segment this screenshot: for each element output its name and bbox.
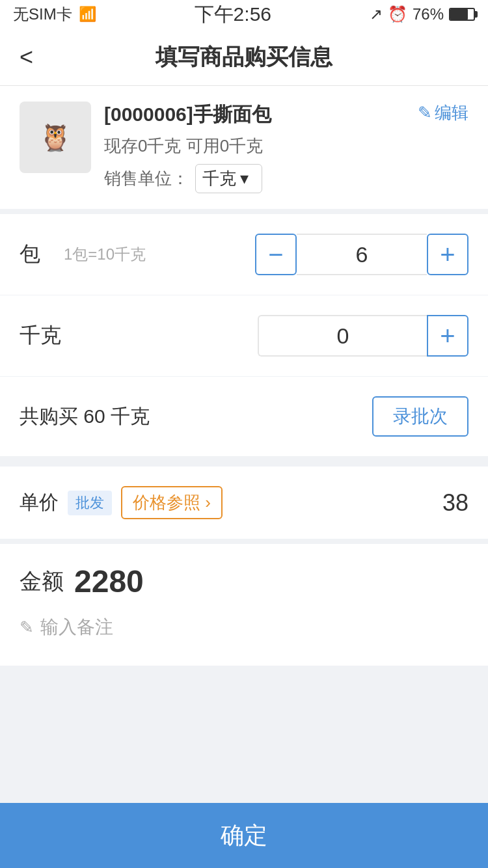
price-label: 单价 (20, 489, 59, 516)
price-row: 单价 批发 价格参照 › 38 (0, 461, 488, 539)
package-qty-input[interactable] (297, 234, 427, 275)
product-name-row: [0000006]手撕面包 ✎ 编辑 (104, 102, 468, 128)
package-label: 包 (20, 240, 59, 269)
summary-text: 共购买 60 千克 (20, 403, 150, 430)
divider-1 (0, 456, 488, 461)
status-left: 无SIM卡 📶 (13, 4, 96, 25)
note-placeholder: 输入备注 (40, 615, 113, 640)
note-row[interactable]: ✎ 输入备注 (20, 615, 468, 640)
amount-row: 金额 2280 (20, 563, 468, 599)
package-sublabel: 1包=10千克 (64, 244, 255, 265)
package-qty-controls: − + (255, 234, 468, 275)
product-info: [0000006]手撕面包 ✎ 编辑 现存0千克 可用0千克 销售单位： 千克 … (104, 102, 468, 193)
unit-select[interactable]: 千克 ▾ (195, 164, 262, 193)
nav-bar: < 填写商品购买信息 (0, 29, 488, 86)
product-name: [0000006]手撕面包 (104, 102, 271, 128)
kilogram-qty-row: 千克 + (0, 295, 488, 377)
battery-percent: 76% (413, 5, 444, 23)
unit-value: 千克 (202, 167, 236, 190)
carrier-label: 无SIM卡 (13, 4, 72, 25)
package-plus-button[interactable]: + (427, 234, 468, 275)
batch-button[interactable]: 录批次 (372, 396, 468, 437)
kilogram-qty-controls: + (258, 315, 468, 357)
edit-icon: ✎ (418, 103, 432, 123)
product-thumbnail: 🦉 (20, 102, 91, 173)
price-value: 38 (442, 489, 468, 517)
wifi-icon: 📶 (79, 6, 96, 23)
kilogram-label: 千克 (20, 321, 61, 350)
package-minus-button[interactable]: − (255, 234, 297, 275)
kilogram-qty-input[interactable] (258, 315, 427, 357)
amount-label: 金额 (20, 567, 64, 597)
time-label: 下午2:56 (195, 1, 271, 28)
product-owl-icon: 🦉 (39, 122, 72, 153)
back-button[interactable]: < (13, 37, 40, 77)
amount-section: 金额 2280 ✎ 输入备注 (0, 539, 488, 666)
status-right: ↗ ⏰ 76% (370, 5, 475, 23)
dropdown-arrow-icon: ▾ (240, 169, 249, 189)
kilogram-plus-button[interactable]: + (427, 315, 468, 357)
edit-button[interactable]: ✎ 编辑 (418, 102, 468, 124)
page-title: 填写商品购买信息 (156, 42, 332, 72)
status-bar: 无SIM卡 📶 下午2:56 ↗ ⏰ 76% (0, 0, 488, 29)
alarm-icon: ⏰ (388, 5, 407, 23)
pencil-icon: ✎ (20, 617, 34, 638)
package-qty-row: 包 1包=10千克 − + (0, 214, 488, 295)
price-ref-button[interactable]: 价格参照 › (121, 486, 223, 519)
amount-value: 2280 (74, 563, 144, 599)
price-left: 单价 批发 价格参照 › (20, 486, 223, 519)
unit-label: 销售单位： (104, 167, 189, 190)
product-stock: 现存0千克 可用0千克 (104, 135, 468, 157)
batch-tag: 批发 (68, 491, 112, 515)
product-card: 🦉 [0000006]手撕面包 ✎ 编辑 现存0千克 可用0千克 销售单位： 千… (0, 86, 488, 214)
location-icon: ↗ (370, 5, 383, 23)
battery-icon (449, 8, 475, 21)
unit-row: 销售单位： 千克 ▾ (104, 164, 468, 193)
summary-row: 共购买 60 千克 录批次 (0, 377, 488, 456)
confirm-button[interactable]: 确定 (0, 803, 488, 868)
